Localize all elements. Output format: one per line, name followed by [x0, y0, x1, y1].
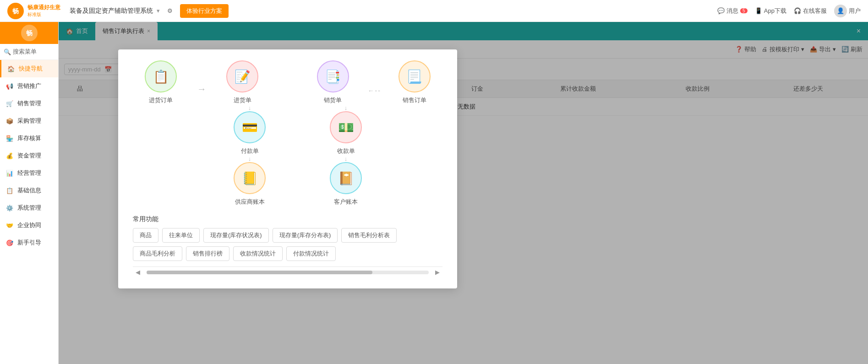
flow-item-purchase[interactable]: 📝 进货单: [214, 60, 270, 104]
common-btn-现存量库存状况表[interactable]: 现存量(库存状况表): [203, 228, 269, 243]
sale-label: 销货单: [324, 96, 342, 104]
purchase-label: 进货单: [234, 96, 251, 104]
sidebar-icon-inventory: 🏪: [5, 134, 14, 142]
spacer2: [133, 104, 192, 111]
flow-circle-customer-ledger: 📔: [330, 162, 362, 194]
sidebar-item-enterprise[interactable]: 🤝企业协同: [0, 217, 58, 234]
sidebar-label-enterprise: 企业协同: [17, 221, 41, 229]
purchase-order-label: 进货订单: [149, 96, 173, 104]
receipt-icon: 💵: [338, 120, 354, 135]
receipt-label: 收款单: [337, 147, 355, 155]
sale-order-label: 销售订单: [403, 96, 426, 104]
experience-button[interactable]: 体验行业方案: [180, 4, 229, 18]
scroll-area: ◀ ▶: [133, 266, 442, 277]
dropdown-icon[interactable]: ▾: [157, 7, 160, 14]
common-btn-付款情况统计[interactable]: 付款情况统计: [286, 246, 336, 261]
common-btn-商品[interactable]: 商品: [133, 228, 158, 243]
user-menu[interactable]: 👤 用户: [834, 5, 861, 17]
flow-circle-receipt: 💵: [330, 111, 362, 143]
sidebar-icon-guide: 🎯: [5, 239, 14, 247]
app-wrapper: 畅 畅康通好生意 标准版 装备及固定资产辅助管理系统 ▾ ⚙ 体验行业方案 💬 …: [0, 0, 868, 364]
sidebar-item-marketing[interactable]: 📢营销推广: [0, 77, 58, 95]
flow-item-sale[interactable]: 📑 销货单: [305, 60, 361, 104]
flow-item-customer-ledger[interactable]: 📔 客户账本: [316, 162, 376, 206]
scroll-left[interactable]: ◀: [133, 269, 143, 276]
gear-button[interactable]: ⚙: [164, 5, 176, 17]
online-service-button[interactable]: 🎧 在线客服: [794, 7, 827, 15]
sidebar-item-inventory[interactable]: 🏪库存核算: [0, 130, 58, 147]
flow-circle-sale-order: 📃: [399, 60, 431, 92]
sidebar-item-sales[interactable]: 🛒销售管理: [0, 95, 58, 112]
common-functions-buttons: 商品往来单位现存量(库存状况表)现存量(库存分布表)销售毛利分析表商品毛利分析销…: [133, 228, 442, 261]
sidebar-item-guide[interactable]: 🎯新手引导: [0, 234, 58, 251]
flow-circle-supplier-ledger: 📒: [234, 162, 266, 194]
logo-icon: 畅: [7, 3, 24, 19]
sidebar-label-basic: 基础信息: [17, 186, 41, 195]
modal-overlay[interactable]: 📋 进货订单 → 📝: [59, 22, 868, 364]
flow-item-receipt[interactable]: 💵 收款单: [316, 111, 376, 155]
download-icon: 📱: [755, 7, 762, 14]
sidebar-item-system[interactable]: ⚙️系统管理: [0, 199, 58, 217]
scroll-track[interactable]: [147, 271, 429, 274]
sidebar-icon-sales: 🛒: [5, 99, 14, 108]
message-badge: 5: [740, 8, 748, 13]
sidebar-label-quick-nav: 快捷导航: [19, 65, 43, 73]
sidebar-label-purchase: 采购管理: [17, 117, 41, 125]
sidebar-icon-operations: 📊: [5, 169, 14, 177]
sidebar-label-marketing: 营销推广: [17, 82, 41, 90]
spacer3: [192, 104, 220, 111]
message-button[interactable]: 💬 消息 5: [717, 7, 748, 15]
sidebar-label-finance: 资金管理: [17, 152, 41, 160]
common-btn-商品毛利分析[interactable]: 商品毛利分析: [133, 246, 182, 261]
sidebar-icon-system: ⚙️: [5, 204, 14, 212]
spacer7: [279, 162, 316, 206]
arrow-down-purchase: ↓: [220, 104, 279, 111]
svg-text:畅: 畅: [12, 7, 19, 15]
sidebar-logo: 畅: [0, 22, 58, 44]
spacer6: [279, 155, 316, 162]
flow-item-purchase-order[interactable]: 📋 进货订单: [133, 60, 189, 104]
flow-circle-payment: 💳: [234, 111, 266, 143]
common-btn-销售排行榜[interactable]: 销售排行榜: [186, 246, 229, 261]
modal-content: 📋 进货订单 → 📝: [118, 49, 457, 288]
sidebar-label-system: 系统管理: [17, 204, 41, 212]
sidebar-icon-finance: 💰: [5, 152, 14, 160]
purchase-order-icon: 📋: [153, 69, 169, 84]
sidebar-items: 🏠快捷导航📢营销推广🛒销售管理📦采购管理🏪库存核算💰资金管理📊经营管理📋基础信息…: [0, 60, 58, 251]
scroll-right[interactable]: ▶: [432, 269, 442, 276]
supplier-ledger-label: 供应商账本: [235, 198, 265, 206]
service-icon: 🎧: [794, 7, 801, 14]
flow-item-supplier-ledger[interactable]: 📒 供应商账本: [220, 162, 279, 206]
sidebar-label-operations: 经营管理: [17, 169, 41, 177]
customer-ledger-label: 客户账本: [334, 198, 358, 206]
flow-circle-purchase-order: 📋: [145, 60, 177, 92]
customer-ledger-icon: 📔: [338, 171, 354, 186]
common-btn-往来单位[interactable]: 往来单位: [162, 228, 200, 243]
sidebar-item-operations[interactable]: 📊经营管理: [0, 164, 58, 182]
arrow-down-payment: ↓: [220, 155, 279, 162]
sidebar-item-quick-nav[interactable]: 🏠快捷导航: [0, 60, 58, 77]
sidebar-item-basic[interactable]: 📋基础信息: [0, 182, 58, 199]
flow-item-payment[interactable]: 💳 付款单: [220, 111, 279, 155]
common-functions-title: 常用功能: [133, 215, 442, 223]
search-menu[interactable]: 🔍 搜索菜单: [0, 44, 58, 60]
sidebar-logo-icon: 畅: [21, 25, 38, 41]
main-area: 畅 🔍 搜索菜单 🏠快捷导航📢营销推广🛒销售管理📦采购管理🏪库存核算💰资金管理📊…: [0, 22, 868, 364]
payment-label: 付款单: [241, 147, 259, 155]
message-icon: 💬: [717, 7, 725, 14]
sale-icon: 📑: [325, 69, 341, 84]
common-btn-销售毛利分析表[interactable]: 销售毛利分析表: [341, 228, 397, 243]
sidebar-label-inventory: 库存核算: [17, 134, 41, 142]
arrow-sale-order-to-sale: ← - -: [361, 87, 387, 104]
sidebar-item-finance[interactable]: 💰资金管理: [0, 147, 58, 164]
common-btn-收款情况统计[interactable]: 收款情况统计: [233, 246, 283, 261]
arrow-down-receipt: ↓: [316, 155, 376, 162]
app-download-button[interactable]: 📱 App下载: [755, 7, 786, 15]
sidebar-icon-purchase: 📦: [5, 117, 14, 125]
sidebar-item-purchase[interactable]: 📦采购管理: [0, 112, 58, 130]
flow-circle-sale: 📑: [317, 60, 349, 92]
sidebar-label-guide: 新手引导: [17, 239, 41, 247]
common-btn-现存量库存分布表[interactable]: 现存量(库存分布表): [273, 228, 338, 243]
common-functions-section: 常用功能 商品往来单位现存量(库存状况表)现存量(库存分布表)销售毛利分析表商品…: [133, 215, 442, 261]
flow-item-sale-order[interactable]: 📃 销售订单: [387, 60, 442, 104]
